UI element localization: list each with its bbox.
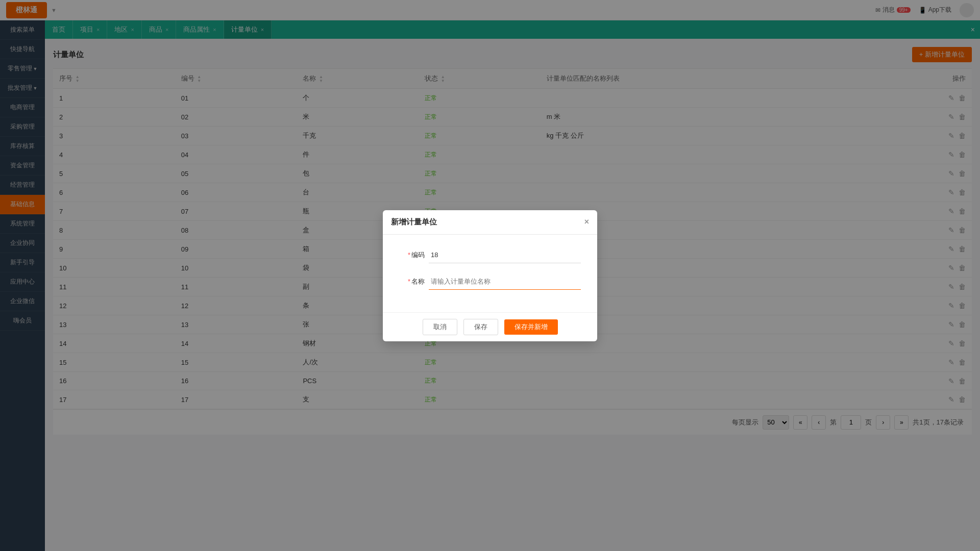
modal-title: 新增计量单位 [391,217,437,227]
modal-overlay: 新增计量单位 × *编码 *名称 取消 保存 保存并新增 [0,0,980,551]
modal-body: *编码 *名称 [383,235,597,312]
cancel-button[interactable]: 取消 [423,319,457,335]
form-row-code: *编码 [399,247,581,263]
required-star-2: * [408,278,410,285]
name-label: *名称 [399,277,425,286]
code-input[interactable] [429,247,581,263]
form-row-name: *名称 [399,273,581,290]
required-star: * [408,251,410,259]
modal-close-btn[interactable]: × [584,217,589,227]
modal-footer: 取消 保存 保存并新增 [383,312,597,341]
name-input[interactable] [429,273,581,290]
save-add-button[interactable]: 保存并新增 [504,319,558,335]
modal-header: 新增计量单位 × [383,210,597,235]
add-unit-modal: 新增计量单位 × *编码 *名称 取消 保存 保存并新增 [383,210,597,341]
code-label: *编码 [399,251,425,260]
save-button[interactable]: 保存 [463,319,498,335]
